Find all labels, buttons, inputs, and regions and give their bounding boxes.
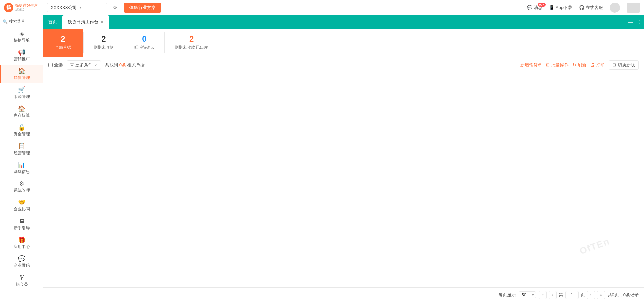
sidebar-item-system[interactable]: ⚙ 系统管理 [0,177,43,196]
header-right: 💬 消息 99+ 📱 App下载 🎧 在线客服 [527,3,640,13]
online-service-label: 在线客服 [586,5,603,11]
stat-label-overdue: 到期未收款 [94,45,114,50]
sidebar-item-app-center[interactable]: 🎁 应用中心 [0,234,43,252]
page-label-prefix: 第 [559,292,563,298]
toolbar-right: ＋ 新增销货单 ⊞ 批量操作 ↻ 刷新 🖨 打印 [515,60,639,70]
total-text: 共0页，0条记录 [608,292,639,298]
add-icon: ＋ [515,62,519,68]
page-number-input[interactable] [565,291,579,299]
stat-num-overdue-out: 2 [189,34,194,44]
finance-label: 资金管理 [14,131,30,137]
stat-card-overdue[interactable]: 2 到期未收款 [84,29,124,57]
search-icon: 🔍 [3,19,8,24]
stat-card-all[interactable]: 2 全部单据 [43,29,83,57]
messages-badge: 99+ [538,3,546,7]
sidebar-item-purchase[interactable]: 🛒 采购管理 [0,83,43,102]
sidebar-item-wechat[interactable]: 💬 企业微信 [0,252,43,271]
online-service-button[interactable]: 🎧 在线客服 [579,5,603,11]
sidebar-item-sales[interactable]: 🏠 销售管理 [0,65,43,83]
select-all-label: 全选 [54,62,63,68]
logo-area: 畅 畅捷通好生意 标准版 [4,3,47,12]
cooperation-label: 企业协同 [14,206,30,212]
per-page-selector-wrap: 50 100 200 ▼ [519,291,536,298]
sidebar-item-quick-nav[interactable]: ◈ 快捷导航 [0,27,43,46]
refresh-icon: ↻ [573,62,576,67]
prev-page-button[interactable]: ‹ [549,291,557,299]
app-download-button[interactable]: 📱 App下载 [549,5,572,11]
operation-label: 经营管理 [14,150,30,156]
app-download-label: App下载 [556,5,572,11]
operation-icon: 📋 [18,143,25,149]
sidebar-item-member[interactable]: V 畅会员 [0,271,43,290]
per-page-label: 每页显示 [498,292,516,298]
app-center-label: 应用中心 [14,244,30,250]
stat-label-overdue-out: 到期未收款 已出库 [175,45,208,50]
sidebar-item-guide[interactable]: 🖥 新手引导 [0,215,43,234]
company-selector[interactable]: XXXXXX公司 ▼ [47,3,107,12]
purchase-label: 采购管理 [14,94,30,100]
quick-nav-icon: ◈ [19,31,24,37]
sidebar-item-cooperation[interactable]: 🤝 企业协同 [0,196,43,215]
print-label: 打印 [596,62,605,68]
settings-icon[interactable]: ⚙ [110,3,120,13]
stat-num-all: 2 [61,34,65,44]
table-area [43,73,644,287]
tab-workbench[interactable]: 钱货日清工作台 ✕ [62,15,109,29]
tab-maximize-icon[interactable]: ⛶ [635,19,640,25]
found-suffix: 相关单据 [127,62,145,67]
wechat-icon: 💬 [18,256,25,262]
guide-label: 新手引导 [14,225,30,231]
messages-button[interactable]: 💬 消息 99+ [527,5,542,11]
purchase-icon: 🛒 [18,87,25,93]
last-page-button[interactable]: » [597,291,605,299]
page-content: 2 全部单据 2 到期未收款 0 旺辅待确认 2 到期未收款 已出库 [43,29,644,302]
filter-icon: ▽ [70,62,74,67]
finance-icon: 🔒 [18,124,25,130]
stat-card-pending[interactable]: 0 旺辅待确认 [124,29,164,57]
inventory-label: 库存核算 [14,113,30,118]
filter-button[interactable]: ▽ 更多条件 ∨ [67,60,101,70]
tab-bar-right: — ⛶ [628,19,644,25]
per-page-select[interactable]: 50 100 200 [519,291,536,298]
filter-chevron: ∨ [94,62,97,67]
sidebar-item-finance[interactable]: 🔒 资金管理 [0,121,43,140]
sales-label: 销售管理 [14,75,30,81]
sidebar-item-search-menu[interactable]: 🔍 搜索菜单 [0,15,43,27]
search-menu-label: 搜索菜单 [9,19,25,24]
refresh-button[interactable]: ↻ 刷新 [573,62,586,68]
system-label: 系统管理 [14,188,30,193]
sidebar-item-basic-info[interactable]: 📊 基础信息 [0,159,43,177]
member-label: 畅会员 [16,282,28,287]
print-button[interactable]: 🖨 打印 [590,62,605,68]
tab-home[interactable]: 首页 [43,15,62,29]
switch-label: 切换新版 [618,62,635,68]
tab-workbench-label: 钱货日清工作台 [68,19,98,25]
select-all-input[interactable] [48,63,53,67]
logo-text: 畅捷通好生意 [15,3,38,8]
message-icon: 💬 [527,5,532,10]
trial-button[interactable]: 体验行业方案 [124,3,161,13]
tab-minimize-icon[interactable]: — [628,19,633,25]
sidebar-item-marketing[interactable]: 📢 营销推广 [0,46,43,65]
stat-card-overdue-out[interactable]: 2 到期未收款 已出库 [165,29,218,57]
sidebar-item-operation[interactable]: 📋 经营管理 [0,140,43,159]
select-all-checkbox[interactable]: 全选 [48,62,63,68]
marketing-icon: 📢 [18,49,25,55]
user-avatar[interactable] [610,3,620,13]
sidebar-item-inventory[interactable]: 🏠 库存核算 [0,102,43,121]
add-sale-button[interactable]: ＋ 新增销货单 [515,62,542,68]
user-name-area[interactable] [627,3,640,13]
stat-num-pending: 0 [142,34,146,44]
service-icon: 🎧 [579,5,584,10]
logo-badge: 标准版 [15,8,38,12]
first-page-button[interactable]: « [539,291,547,299]
sales-icon: 🏠 [18,68,25,74]
tab-close-icon[interactable]: ✕ [100,20,104,24]
stat-label-all: 全部单据 [55,45,71,50]
next-page-button[interactable]: › [587,291,595,299]
switch-button[interactable]: ⊡ 切换新版 [609,60,639,70]
cooperation-icon: 🤝 [18,199,25,205]
tab-home-label: 首页 [48,19,57,25]
switch-icon: ⊡ [612,62,616,67]
batch-button[interactable]: ⊞ 批量操作 [546,62,569,68]
